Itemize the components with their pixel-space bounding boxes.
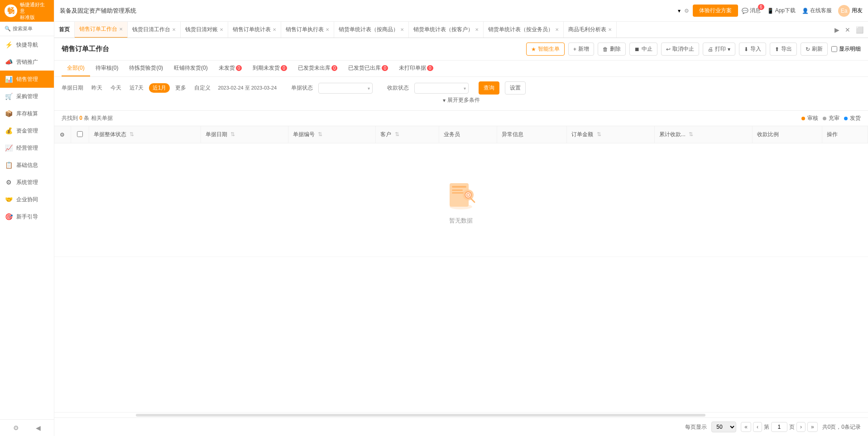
show-detail-label[interactable]: 显示明细: [831, 45, 861, 53]
sidebar-item-basic-info[interactable]: 📋 基础信息: [0, 156, 54, 174]
pagination-prev[interactable]: ‹: [753, 422, 762, 432]
user-menu[interactable]: Ea 用友: [838, 5, 863, 17]
sidebar-item-operations[interactable]: 📈 经营管理: [0, 139, 54, 156]
sidebar-search[interactable]: 🔍 搜索菜单: [0, 22, 54, 36]
tab-close-sales-stat[interactable]: ✕: [273, 27, 276, 32]
sub-tab-all[interactable]: 全部(0): [62, 61, 90, 76]
sub-tab-shipped-not-warehoused[interactable]: 已发货未出库0: [293, 61, 343, 76]
expand-more-btn[interactable]: ▾ 展开更多条件: [62, 95, 861, 106]
stop-button[interactable]: ⏹ 中止: [629, 43, 657, 56]
sidebar-item-inventory[interactable]: 📦 库存核算: [0, 105, 54, 122]
tab-close-sales-summary-staff[interactable]: ✕: [555, 27, 559, 32]
delete-button[interactable]: 🗑 删除: [598, 43, 626, 56]
filter-date-1month[interactable]: 近1月: [149, 83, 170, 93]
tab-home[interactable]: 首页: [54, 22, 75, 38]
topbar-gear-icon[interactable]: ⚙: [684, 8, 689, 14]
solution-button[interactable]: 体验行业方案: [693, 5, 738, 17]
date-filter-label: 单据日期: [62, 84, 83, 92]
tab-sales-exec[interactable]: 销售订单执行表 ✕: [281, 22, 334, 38]
tab-nav-close[interactable]: ✕: [843, 25, 852, 34]
tab-close-cash-reconcile[interactable]: ✕: [220, 27, 223, 32]
sort-status-icon[interactable]: ⇅: [129, 131, 134, 137]
horizontal-scrollbar[interactable]: [54, 412, 868, 417]
receipt-select[interactable]: [414, 83, 469, 94]
filter-date-7days[interactable]: 近7天: [127, 83, 146, 93]
sub-tab-pending-inspect[interactable]: 待拣货验货(0): [124, 61, 168, 76]
sidebar-item-sales[interactable]: 📊 销售管理: [0, 71, 54, 88]
audit-action[interactable]: 审核: [801, 114, 818, 122]
print-button[interactable]: 🖨 打印 ▾: [703, 43, 735, 56]
export-button[interactable]: ⬆ 导出: [770, 43, 797, 56]
filter-date-more[interactable]: 更多: [173, 83, 189, 93]
app-download-label: App下载: [775, 7, 796, 14]
tab-close-sales-summary-customer[interactable]: ✕: [475, 27, 479, 32]
tab-close-sales-order[interactable]: ✕: [119, 27, 123, 32]
sort-received-icon[interactable]: ⇅: [689, 131, 693, 137]
tab-close-sales-exec[interactable]: ✕: [326, 27, 329, 32]
sub-tab-not-printed[interactable]: 未打印单据0: [393, 61, 439, 76]
tab-sales-summary-customer[interactable]: 销货单统计表（按客户） ✕: [409, 22, 484, 38]
col-staff: 业务员: [439, 126, 497, 143]
col-ratio: 收款比例: [752, 126, 822, 143]
unaudit-action[interactable]: 充审: [823, 114, 839, 122]
sort-customer-icon[interactable]: ⇅: [395, 131, 399, 137]
tab-product-margin[interactable]: 商品毛利分析表 ✕: [564, 22, 617, 38]
sidebar-item-system[interactable]: ⚙ 系统管理: [0, 174, 54, 191]
sort-date-icon[interactable]: ⇅: [230, 131, 235, 137]
data-table-wrapper: ⚙ 单据整体状态 ⇅ 单据日期 ⇅: [54, 126, 868, 412]
page-input[interactable]: [771, 422, 787, 432]
status-select[interactable]: [318, 83, 373, 94]
topbar-dropdown[interactable]: ▾: [678, 8, 681, 14]
cancel-stop-button[interactable]: ↩ 取消中止: [661, 43, 699, 56]
add-button[interactable]: + 新增: [568, 43, 594, 56]
status-filter-label: 单据状态: [291, 84, 313, 92]
per-page-label: 每页显示: [685, 423, 707, 431]
select-all-checkbox[interactable]: [77, 131, 83, 137]
tab-close-sales-summary-product[interactable]: ✕: [400, 27, 404, 32]
filter-date-today[interactable]: 今天: [108, 83, 124, 93]
tab-nav-prev[interactable]: ▶: [833, 25, 841, 34]
sidebar-item-guide[interactable]: 🎯 新手引导: [0, 208, 54, 225]
settings-bottom-icon[interactable]: ⚙: [13, 424, 19, 431]
smart-create-button[interactable]: ★ 智能生单: [526, 43, 565, 56]
filter-date-custom[interactable]: 自定义: [192, 83, 213, 93]
sub-tab-not-shipped[interactable]: 未发货0: [213, 61, 248, 76]
sub-tab-pending-review[interactable]: 待审核(0): [90, 61, 124, 76]
tab-cash-reconcile[interactable]: 钱货日清对账 ✕: [181, 22, 228, 38]
tab-cash-daily[interactable]: 钱货日清工作台 ✕: [128, 22, 181, 38]
sub-tab-shipped-out[interactable]: 已发货已出库0: [343, 61, 393, 76]
collapse-icon[interactable]: ◀: [36, 424, 41, 431]
sidebar-item-marketing[interactable]: 📣 营销推广: [0, 53, 54, 71]
filter-settings-button[interactable]: 设置: [505, 81, 526, 95]
tab-sales-summary-product[interactable]: 销货单统计表（按商品） ✕: [334, 22, 409, 38]
tab-sales-summary-staff[interactable]: 销货单统计表（按业务员） ✕: [484, 22, 564, 38]
refresh-button[interactable]: ↻ 刷新: [801, 43, 828, 56]
sub-tab-wangpu[interactable]: 旺铺待发货(0): [168, 61, 213, 76]
sub-tab-overdue[interactable]: 到期未发货0: [247, 61, 293, 76]
tab-sales-stat[interactable]: 销售订单统计表 ✕: [228, 22, 281, 38]
sidebar-item-purchase[interactable]: 🛒 采购管理: [0, 88, 54, 105]
sort-number-icon[interactable]: ⇅: [318, 131, 322, 137]
online-service-button[interactable]: 👤 在线客服: [802, 7, 832, 14]
pagination-first[interactable]: «: [741, 422, 751, 432]
sidebar-item-cooperation[interactable]: 🤝 企业协同: [0, 191, 54, 208]
per-page-select[interactable]: 10 20 50 100: [711, 422, 736, 432]
sidebar-item-quick-nav[interactable]: ⚡ 快捷导航: [0, 36, 54, 53]
pagination-next[interactable]: ›: [796, 422, 806, 432]
import-button[interactable]: ⬇ 导入: [739, 43, 766, 56]
pagination-last[interactable]: »: [807, 422, 818, 432]
tab-nav-maximize[interactable]: ⬜: [854, 25, 865, 34]
message-button[interactable]: 💬 消息 6: [742, 7, 761, 14]
column-settings-icon[interactable]: ⚙: [60, 132, 65, 138]
sort-amount-icon[interactable]: ⇅: [597, 131, 601, 137]
tab-sales-order-workbench[interactable]: 销售订单工作台 ✕: [75, 22, 128, 38]
search-button[interactable]: 查询: [479, 81, 499, 95]
show-detail-checkbox[interactable]: [831, 46, 837, 52]
svg-rect-4: [452, 192, 465, 194]
sidebar-item-finance[interactable]: 💰 资金管理: [0, 122, 54, 139]
tab-close-cash-daily[interactable]: ✕: [172, 27, 176, 32]
app-download-button[interactable]: 📱 App下载: [767, 7, 796, 14]
ship-action[interactable]: 发货: [844, 114, 861, 122]
filter-date-yesterday[interactable]: 昨天: [89, 83, 105, 93]
tab-close-product-margin[interactable]: ✕: [608, 27, 612, 32]
